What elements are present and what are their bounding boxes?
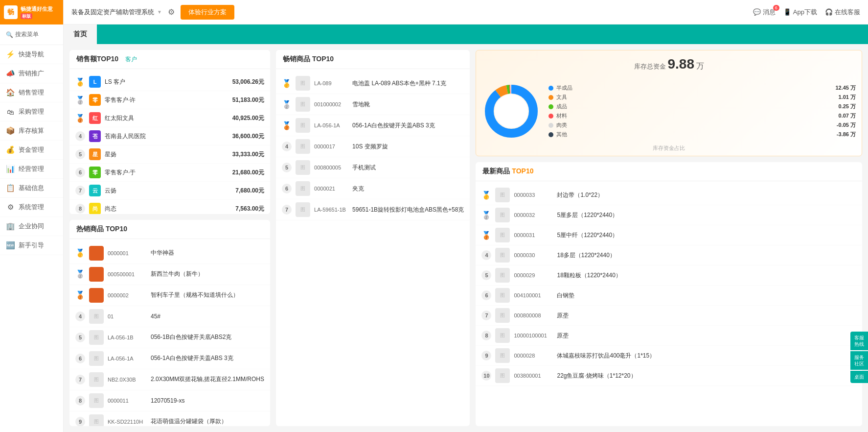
legend-value: 12.45 万 — [835, 84, 856, 92]
tab-home[interactable]: 首页 — [64, 24, 97, 44]
sidebar-item-finance[interactable]: 💰 资金管理 — [0, 141, 63, 160]
sidebar-item-purchase[interactable]: 🛍 采购管理 — [0, 102, 63, 121]
product-name: 花语萌值温分罐罐袋（厚款） — [151, 417, 264, 426]
rank-num: 9 — [481, 351, 491, 360]
customer-value: 53,006.26元 — [232, 78, 264, 86]
popular-products-card: 畅销商品 TOP10 🥇 图 LA-089 电池盖 LA-089 ABS本色+黑… — [276, 50, 470, 426]
sidebar-item-guide[interactable]: 🆕 新手引导 — [0, 236, 63, 255]
message-action[interactable]: 💬 消息 6 — [753, 8, 776, 17]
service-hotline-button[interactable]: 客服热线 — [850, 332, 868, 350]
float-buttons: 客服热线 服务社区 桌面 — [850, 332, 868, 383]
rank-medal: 🥈 — [75, 269, 85, 279]
product-code: 0000032 — [514, 212, 553, 218]
service-label: 在线客服 — [835, 8, 860, 17]
product-code: 000800005 — [314, 165, 348, 170]
customer-avatar: 苍 — [89, 130, 101, 142]
product-name: 10S 变频罗旋 — [352, 143, 464, 151]
product-image-placeholder: 图 — [296, 118, 310, 133]
product-name: 电池盖 LA-089 ABS本色+黑种 7.1克 — [352, 79, 464, 88]
svg-point-5 — [495, 95, 528, 128]
app-download-action[interactable]: 📱 App下载 — [783, 8, 817, 17]
product-code: 0000021 — [314, 186, 348, 192]
rank-medal: 🥉 — [481, 231, 491, 240]
new-product-item: 10 图 003800001 22g鱼豆腐·烧烤味（1*12*20） — [476, 366, 862, 386]
finance-icon: 💰 — [6, 145, 15, 154]
system-selector[interactable]: 装备及固定资产辅助管理系统 ▼ — [71, 8, 162, 17]
top-customers-subtitle: 客户 — [125, 55, 137, 64]
new-product-item: 6 图 004100001 白钢垫 — [476, 286, 862, 306]
product-name: 12070519-xs — [151, 397, 264, 404]
sidebar-item-quick-nav[interactable]: ⚡ 快捷导航 — [0, 45, 63, 64]
customer-avatar: L — [89, 76, 101, 88]
rank-medal: 🥈 — [75, 96, 85, 105]
customer-name: 尚态 — [105, 205, 231, 213]
legend-value: -0.05 万 — [837, 121, 856, 129]
product-image-placeholder: 图 — [495, 188, 510, 202]
sidebar-item-sales[interactable]: 🏠 销售管理 — [0, 83, 63, 102]
hot-products-title: 热销商品 TOP10 — [76, 225, 127, 234]
product-code: 000500001 — [108, 271, 147, 277]
customer-value: 7,680.00元 — [235, 187, 264, 195]
rank-num: 6 — [75, 168, 85, 177]
marketing-icon: 📣 — [6, 69, 15, 78]
product-name: 056-1A白色按键开关盖ABS 3克 — [151, 354, 264, 362]
rank-num: 9 — [75, 417, 85, 426]
product-code: 0000028 — [514, 353, 553, 359]
sidebar-item-inventory[interactable]: 📦 库存核算 — [0, 121, 63, 141]
legend-item: 材料 0.07 万 — [548, 112, 856, 120]
hot-product-item: 7 图 NB2.0X30B 2.0X30MM双搓花轴,搓花直径2.1MM/ROH… — [69, 369, 270, 390]
product-name: 夹克 — [352, 185, 464, 193]
desktop-button[interactable]: 桌面 — [850, 371, 868, 383]
service-community-button[interactable]: 服务社区 — [850, 351, 868, 370]
product-name: 5厘多层（1220*2440） — [557, 211, 856, 219]
legend-item: 半成品 12.45 万 — [548, 84, 856, 92]
product-image-placeholder: 图 — [296, 160, 310, 175]
popular-product-item: 7 图 LA-59651-1B 59651-1B旋转投影灯电池盒ABS黑色+58… — [276, 199, 470, 220]
settings-icon[interactable]: ⚙ — [168, 7, 175, 17]
middle-column: 畅销商品 TOP10 🥇 图 LA-089 电池盖 LA-089 ABS本色+黑… — [276, 50, 470, 426]
legend-item: 肉类 -0.05 万 — [548, 121, 856, 129]
product-name: 056-1A白色按键开关盖ABS 3克 — [352, 121, 464, 130]
product-name: 056-1B白色按键开关底ABS2克 — [151, 333, 264, 341]
product-code: KK-SD22110H — [108, 419, 147, 425]
rank-num: 8 — [75, 204, 85, 214]
product-image-placeholder: 图 — [495, 348, 510, 363]
donut-area: 半成品 12.45 万 文具 1.01 万 成品 0.25 万 材料 0.07 … — [476, 78, 862, 144]
rank-medal: 🥉 — [75, 290, 85, 300]
customer-rank-item: 6 零 零售客户·于 21,680.00元 — [69, 164, 270, 182]
rank-num: 7 — [282, 205, 292, 215]
search-menu-button[interactable]: 🔍 搜索菜单 — [4, 28, 59, 41]
product-name: 手机测试 — [352, 164, 464, 172]
sidebar-item-operations[interactable]: 📊 经营管理 — [0, 160, 63, 179]
sidebar-item-base-info[interactable]: 📋 基础信息 — [0, 179, 63, 198]
new-product-item: 8 图 10000100001 原垄 — [476, 326, 862, 346]
logo-text: 畅捷通好生意 标版 — [21, 5, 53, 20]
online-service-action[interactable]: 🎧 在线客服 — [825, 8, 860, 17]
sidebar-item-company[interactable]: 🏢 企业协同 — [0, 217, 63, 236]
popular-product-item: 4 图 0000017 10S 变频罗旋 — [276, 136, 470, 157]
product-name: 22g鱼豆腐·烧烤味（1*12*20） — [557, 372, 856, 380]
new-products-body: 🥇 图 0000033 封边带（1.0*22） 🥈 图 0000032 5厘多层… — [476, 181, 862, 390]
hot-products-header: 热销商品 TOP10 — [69, 220, 270, 239]
rank-num: 5 — [75, 333, 85, 342]
product-image-placeholder: 图 — [495, 268, 510, 283]
sidebar-item-system[interactable]: ⚙ 系统管理 — [0, 198, 63, 217]
product-image-placeholder: 图 — [495, 328, 510, 343]
system-label: 系统管理 — [19, 203, 44, 212]
trial-button[interactable]: 体验行业方案 — [181, 5, 234, 20]
product-code: 004100001 — [514, 292, 553, 298]
product-image-placeholder: 图 — [495, 368, 510, 383]
sidebar-item-marketing[interactable]: 📣 营销推广 — [0, 64, 63, 83]
sidebar-search-section: 🔍 搜索菜单 — [0, 24, 63, 45]
hot-product-item: 🥇 0000001 中华神器 — [69, 243, 270, 264]
product-code: 0000002 — [108, 292, 147, 298]
customer-name: 苍南县人民医院 — [105, 132, 228, 141]
hot-products-body: 🥇 0000001 中华神器 🥈 000500001 新西兰牛肉（新牛） 🥉 0… — [69, 239, 270, 426]
hot-product-item: 🥉 0000002 智利车子里（规格不知道填什么） — [69, 285, 270, 306]
legend-label: 材料 — [556, 112, 835, 120]
marketing-label: 营销推广 — [19, 69, 44, 78]
customer-rank-item: 🥉 红 红太阳文具 40,925.00元 — [69, 109, 270, 127]
company-icon: 🏢 — [6, 222, 15, 231]
rank-medal: 🥇 — [75, 77, 85, 87]
legend-color — [548, 95, 553, 100]
